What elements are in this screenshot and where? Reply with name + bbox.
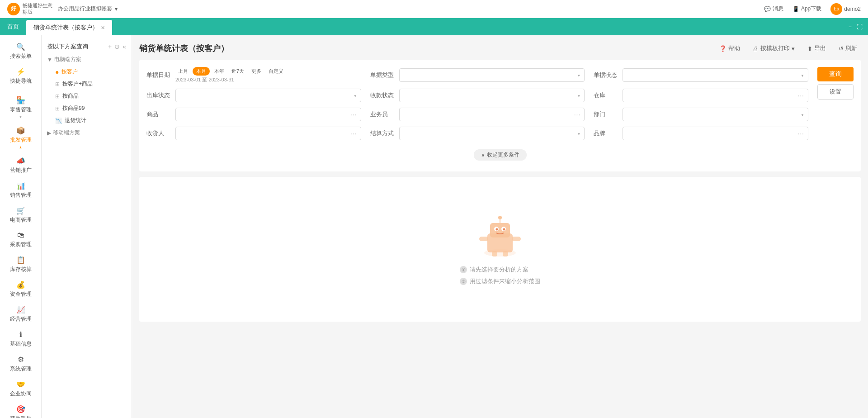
- date-tab-7days[interactable]: 近7天: [229, 67, 247, 76]
- tab-close-icon[interactable]: ✕: [101, 25, 105, 31]
- refresh-btn[interactable]: ↺ 刷新: [835, 43, 861, 54]
- settings-button[interactable]: 设置: [817, 84, 854, 100]
- customer-icon: ●: [55, 68, 59, 76]
- tree-item-return-stats[interactable]: 📉 退货统计: [42, 114, 132, 127]
- order-status-control[interactable]: [623, 68, 808, 82]
- date-tab-custom[interactable]: 自定义: [266, 67, 286, 76]
- sidebar-item-purchase[interactable]: 🛍 采购管理: [0, 228, 41, 252]
- settlement-control[interactable]: [399, 127, 585, 140]
- page-title: 销货单统计表（按客户）: [139, 43, 229, 54]
- tree-item-by-customer-product[interactable]: ⊞ 按客户+商品: [42, 78, 132, 90]
- sidebar-item-quick-nav[interactable]: ⚡ 快捷导航: [0, 64, 41, 89]
- tree-item-by-customer[interactable]: ● 按客户: [42, 66, 132, 78]
- sidebar-item-search-menu[interactable]: 🔍 搜索菜单: [0, 39, 41, 64]
- collapse-button[interactable]: ∧ 收起更多条件: [474, 149, 527, 161]
- sidebar-item-sales[interactable]: 📊 销售管理: [0, 178, 41, 203]
- sidebar-item-enterprise[interactable]: 🤝 企业协同: [0, 376, 41, 401]
- tree-item-by-product99[interactable]: ⊞ 按商品99: [42, 102, 132, 114]
- query-button[interactable]: 查询: [817, 67, 854, 81]
- message-btn[interactable]: 💬 消息: [764, 5, 783, 13]
- sidebar-item-wholesale[interactable]: 📦 批发管理 ▲: [0, 123, 41, 153]
- warehouse-control[interactable]: ···: [623, 89, 808, 102]
- salesperson-control[interactable]: ···: [399, 108, 585, 121]
- panel-header: 按以下方案查询 + ⊙ «: [42, 40, 132, 53]
- receipt-status-control[interactable]: [399, 89, 585, 102]
- sidebar-item-marketing[interactable]: 📣 营销推广: [0, 153, 41, 178]
- empty-hint-2: ② 用过滤条件来缩小分析范围: [460, 277, 540, 285]
- filter-brand-field: 品牌 ···: [594, 127, 808, 140]
- date-tab-thismonth[interactable]: 本月: [193, 67, 210, 76]
- product-dots-icon: ···: [350, 111, 357, 118]
- filter-product-field: 商品 ···: [146, 108, 361, 121]
- tree-group-mobile[interactable]: ▶ 移动端方案: [42, 127, 132, 139]
- tree-group-desktop[interactable]: ▼ 电脑端方案: [42, 53, 132, 66]
- maximize-icon[interactable]: ⛶: [857, 24, 863, 30]
- sidebar-item-operations[interactable]: 📈 经营管理: [0, 302, 41, 327]
- sidebar-item-retail[interactable]: 🏪 零售管理 ▼: [0, 92, 41, 123]
- page-actions: ❓ 帮助 🖨 按模板打印 ▾ ⬆ 导出 ↺ 刷新: [716, 43, 861, 54]
- settings-scheme-btn[interactable]: ⊙: [114, 43, 120, 50]
- inventory-icon: 📋: [16, 256, 25, 264]
- product-control[interactable]: ···: [175, 108, 361, 121]
- user-avatar-btn[interactable]: Ea demo2: [830, 3, 861, 15]
- order-type-control[interactable]: [399, 68, 585, 82]
- department-control[interactable]: [623, 108, 808, 121]
- tree-expand-icon: ▼: [47, 57, 52, 63]
- date-tab-more[interactable]: 更多: [249, 67, 264, 76]
- tab-home[interactable]: 首页: [0, 18, 26, 35]
- chevron-down-icon: ▼: [19, 115, 23, 119]
- sidebar-item-finance[interactable]: 💰 资金管理: [0, 277, 41, 302]
- date-filter-control: 上月 本月 本年 近7天 更多 自定义 2023-03-01 至 2023-03…: [175, 67, 361, 83]
- collapse-panel-btn[interactable]: «: [123, 43, 126, 50]
- purchase-icon: 🛍: [17, 231, 24, 239]
- sidebar: 🔍 搜索菜单 ⚡ 快捷导航 🏪 零售管理 ▼ 📦 批发管理 ▲ 📣 营销推广 📊…: [0, 35, 42, 418]
- svg-rect-11: [492, 251, 497, 256]
- sidebar-item-ecommerce[interactable]: 🛒 电商管理: [0, 203, 41, 228]
- content-area: 按以下方案查询 + ⊙ « ▼ 电脑端方案 ● 按客户 ⊞ 按客户+商品 ⊞: [42, 35, 868, 418]
- print-btn[interactable]: 🖨 按模板打印 ▾: [749, 43, 798, 54]
- logo-text: 畅捷通好生意 标版: [23, 3, 52, 14]
- filter-fields: 单据日期 上月 本月 本年 近7天 更多 自定义: [146, 67, 808, 146]
- filter-department-field: 部门: [594, 108, 808, 121]
- export-btn[interactable]: ⬆ 导出: [804, 43, 830, 54]
- tab-sales-stat[interactable]: 销货单统计表（按客户） ✕: [26, 20, 112, 35]
- help-icon: ❓: [719, 45, 726, 52]
- filter-card: 单据日期 上月 本月 本年 近7天 更多 自定义: [139, 60, 861, 171]
- header-left: 好 畅捷通好生意 标版 办公用品行业模拟账套 ▾: [7, 3, 118, 15]
- chevron-down-icon[interactable]: ▾: [115, 6, 118, 12]
- header-right: 💬 消息 📱 App下载 Ea demo2: [764, 3, 861, 15]
- tree-collapsed-icon: ▶: [47, 130, 51, 136]
- app-download-btn[interactable]: 📱 App下载: [793, 5, 821, 13]
- sidebar-item-newbie[interactable]: 🎯 新手引导: [0, 401, 41, 418]
- sidebar-item-inventory[interactable]: 📋 库存核算: [0, 252, 41, 277]
- minimize-icon[interactable]: －: [847, 23, 853, 31]
- filter-receipt-status-field: 收款状态: [370, 89, 585, 102]
- filter-order-status-field: 单据状态: [594, 67, 808, 83]
- avatar: Ea: [830, 3, 842, 15]
- empty-svg: [473, 213, 527, 258]
- recipient-control[interactable]: ···: [175, 127, 361, 140]
- empty-illustration: [473, 213, 527, 258]
- return-icon: 📉: [55, 118, 62, 124]
- date-tab-lastmonth[interactable]: 上月: [175, 67, 191, 76]
- product-icon: ⊞: [55, 93, 60, 100]
- date-tab-thisyear[interactable]: 本年: [212, 67, 227, 76]
- out-status-control[interactable]: [175, 89, 361, 102]
- svg-rect-10: [512, 237, 521, 241]
- help-btn[interactable]: ❓ 帮助: [716, 43, 744, 54]
- sidebar-item-system[interactable]: ⚙ 系统管理: [0, 352, 41, 376]
- filter-date-field: 单据日期 上月 本月 本年 近7天 更多 自定义: [146, 67, 361, 83]
- filter-warehouse-field: 仓库 ···: [594, 89, 808, 102]
- tree-item-by-product[interactable]: ⊞ 按商品: [42, 90, 132, 102]
- add-scheme-btn[interactable]: +: [108, 43, 112, 50]
- filter-row-2: 出库状态 收款状态: [146, 89, 808, 102]
- finance-icon: 💰: [16, 280, 25, 289]
- collapse-bar: ∧ 收起更多条件: [146, 146, 854, 164]
- sidebar-item-basic-info[interactable]: ℹ 基础信息: [0, 327, 41, 352]
- svg-point-5: [496, 228, 498, 231]
- retail-icon: 🏪: [16, 96, 25, 104]
- chart-icon: ⊞: [55, 81, 60, 87]
- system-icon: ⚙: [18, 355, 24, 364]
- brand-control[interactable]: ···: [623, 127, 808, 140]
- warehouse-dots-icon: ···: [797, 92, 804, 99]
